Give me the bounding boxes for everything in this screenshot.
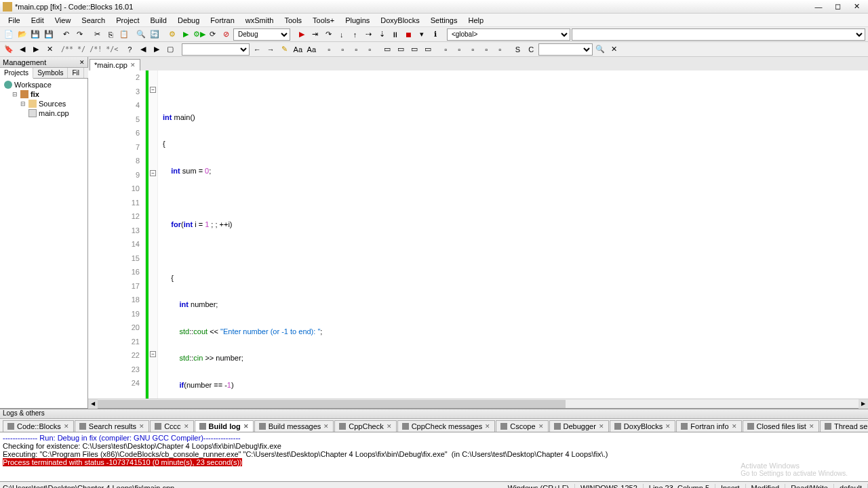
fold-icon[interactable]: −	[150, 351, 156, 357]
buildrun-icon[interactable]: ⚙▶	[193, 28, 205, 41]
undo-icon[interactable]: ↶	[60, 28, 73, 41]
doxy-icon[interactable]: ?	[123, 43, 136, 56]
scroll-right-icon[interactable]: ▶	[859, 399, 868, 409]
close-icon[interactable]: ✕	[809, 423, 814, 430]
paste-icon[interactable]: 📋	[118, 28, 130, 41]
search-opts-icon[interactable]: 🔍	[594, 43, 606, 56]
run-icon[interactable]: ▶	[180, 28, 192, 41]
minimize-button[interactable]: —	[810, 1, 827, 12]
tab-projects[interactable]: Projects	[0, 68, 33, 79]
tab-files[interactable]: Fil	[68, 68, 84, 78]
nav-fwd-icon[interactable]: →	[264, 43, 277, 56]
close-icon[interactable]: ✕	[184, 423, 189, 430]
debug-runcursor-icon[interactable]: ⇥	[309, 28, 321, 41]
tree-file-main[interactable]: main.cpp	[1, 108, 86, 118]
search-clear-icon[interactable]: ✕	[608, 43, 620, 56]
file-tab-close-icon[interactable]: ✕	[130, 62, 136, 68]
menu-project[interactable]: Project	[111, 15, 144, 26]
symbol-select-2[interactable]	[572, 28, 865, 41]
tb-icon-12[interactable]: ▫	[480, 43, 492, 56]
close-icon[interactable]: ✕	[485, 423, 490, 430]
log-tab-closed[interactable]: Closed files list✕	[743, 420, 819, 432]
debug-next-icon[interactable]: ↷	[322, 28, 334, 41]
tb-icon-7[interactable]: ▭	[408, 43, 420, 56]
menu-view[interactable]: View	[50, 15, 77, 26]
new-icon[interactable]: 📄	[3, 28, 15, 41]
menu-build[interactable]: Build	[144, 15, 172, 26]
menu-settings[interactable]: Settings	[425, 15, 463, 26]
tb-icon-6[interactable]: ▭	[395, 43, 407, 56]
tb-icon-8[interactable]: ▭	[422, 43, 434, 56]
tb-icon-2[interactable]: ▫	[336, 43, 349, 56]
debug-stepout-icon[interactable]: ↑	[349, 28, 361, 41]
log-tab-fortran[interactable]: Fortran info✕	[676, 420, 741, 432]
tb-icon-10[interactable]: ▫	[453, 43, 465, 56]
jump-select[interactable]	[182, 43, 250, 56]
build-config-select[interactable]: Debug	[233, 28, 290, 41]
highlight-icon[interactable]: ✎	[278, 43, 290, 56]
menu-edit[interactable]: Edit	[26, 15, 50, 26]
replace-icon[interactable]: 🔄	[149, 28, 161, 41]
select2-icon[interactable]: Aa	[305, 43, 317, 56]
tb-s-icon[interactable]: S	[511, 43, 524, 56]
bp-clear-icon[interactable]: ✕	[43, 43, 56, 56]
log-tab-cccc[interactable]: Cccc✕	[150, 420, 193, 432]
horizontal-scrollbar[interactable]: ◀ ▶	[88, 399, 868, 408]
open-icon[interactable]: 📂	[16, 28, 28, 41]
select-icon[interactable]: Aa	[292, 43, 304, 56]
rebuild-icon[interactable]: ⟳	[207, 28, 219, 41]
log-content[interactable]: -------------- Run: Debug in fix (compil…	[0, 432, 868, 481]
bp-next-icon[interactable]: ▶	[30, 43, 42, 56]
menu-fortran[interactable]: Fortran	[205, 15, 239, 26]
tb-icon-4[interactable]: ▫	[363, 43, 376, 56]
tb-c-icon[interactable]: C	[525, 43, 537, 56]
log-tab-thread[interactable]: Thread search✕	[820, 420, 868, 432]
debug-start-icon[interactable]: ▶	[296, 28, 308, 41]
menu-plugins[interactable]: Plugins	[340, 15, 375, 26]
log-tab-debugger[interactable]: Debugger✕	[549, 420, 609, 432]
close-icon[interactable]: ✕	[139, 423, 144, 430]
log-tab-cppcheck[interactable]: CppCheck✕	[334, 420, 396, 432]
save-icon[interactable]: 💾	[30, 28, 42, 41]
frame-icon[interactable]: ▢	[164, 43, 176, 56]
log-tab-search[interactable]: Search results✕	[75, 420, 149, 432]
close-icon[interactable]: ✕	[732, 423, 737, 430]
bp-toggle-icon[interactable]: 🔖	[3, 43, 15, 56]
close-icon[interactable]: ✕	[538, 423, 544, 430]
menu-search[interactable]: Search	[76, 15, 111, 26]
saveall-icon[interactable]: 💾	[43, 28, 55, 41]
fold-icon[interactable]: −	[150, 87, 156, 93]
close-icon[interactable]: ✕	[64, 423, 69, 430]
menu-wxsmith[interactable]: wxSmith	[240, 15, 279, 26]
debug-break-icon[interactable]: ⏸	[389, 28, 401, 41]
back-icon[interactable]: ◀	[137, 43, 149, 56]
tree-workspace[interactable]: Workspace	[1, 80, 86, 89]
tree-project[interactable]: ⊟fix	[1, 89, 86, 99]
code-text[interactable]: int main() { int sum = 0; for(int i = 1 …	[158, 70, 868, 399]
redo-icon[interactable]: ↷	[74, 28, 86, 41]
menu-doxyblocks[interactable]: DoxyBlocks	[375, 15, 425, 26]
debug-stop-icon[interactable]: ⏹	[403, 28, 415, 41]
close-icon[interactable]: ✕	[599, 423, 604, 430]
symbol-select[interactable]: <global>	[447, 28, 570, 41]
menu-help[interactable]: Help	[462, 15, 489, 26]
log-tab-cppcheckmsg[interactable]: CppCheck messages✕	[397, 420, 496, 432]
menu-tools[interactable]: Tools	[279, 15, 307, 26]
menu-file[interactable]: File	[3, 15, 26, 26]
tb-icon-1[interactable]: ▫	[323, 43, 335, 56]
fwd-icon[interactable]: ▶	[151, 43, 163, 56]
tb-icon-3[interactable]: ▫	[350, 43, 362, 56]
debug-stepin-icon[interactable]: ↓	[336, 28, 348, 41]
scroll-left-icon[interactable]: ◀	[88, 399, 98, 409]
file-tab-main[interactable]: *main.cpp ✕	[90, 59, 140, 70]
tb-icon-5[interactable]: ▭	[381, 43, 393, 56]
tree-folder-sources[interactable]: ⊟Sources	[1, 99, 86, 108]
management-close-icon[interactable]: ✕	[79, 59, 85, 66]
code-area[interactable]: 23456789101112131415161718192021222324 −…	[88, 70, 868, 399]
tb-icon-13[interactable]: ▫	[494, 43, 506, 56]
build-icon[interactable]: ⚙	[166, 28, 178, 41]
cut-icon[interactable]: ✂	[91, 28, 103, 41]
close-icon[interactable]: ✕	[243, 423, 249, 430]
menu-debug[interactable]: Debug	[172, 15, 205, 26]
close-button[interactable]: ✕	[848, 1, 865, 12]
